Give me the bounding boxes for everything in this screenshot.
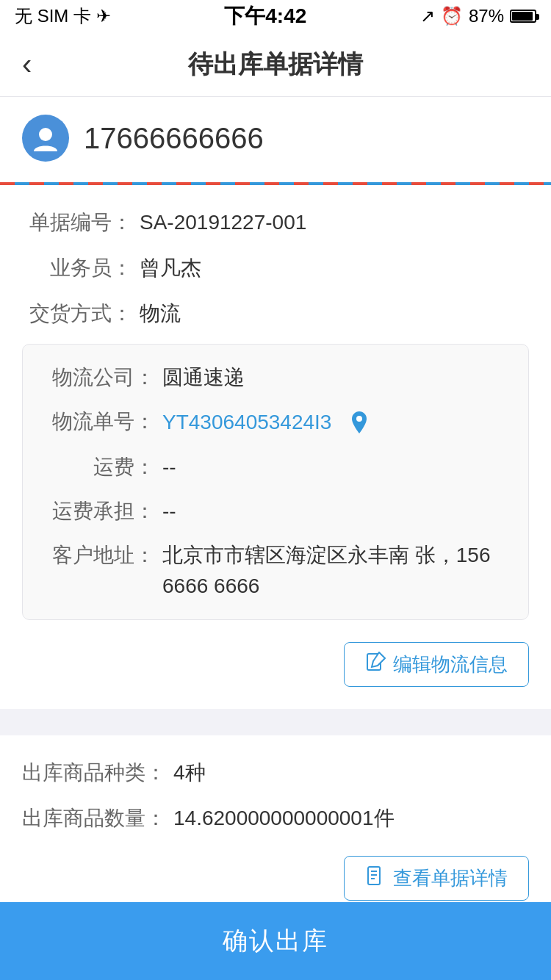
status-bar: 无 SIM 卡 ✈ 下午4:42 ↗ ⏰ 87% xyxy=(0,0,551,32)
view-document-label: 查看单据详情 xyxy=(393,865,508,891)
freight-bearer-label: 运费承担： xyxy=(45,496,155,527)
doc-icon xyxy=(365,865,386,891)
status-bar-time: 下午4:42 xyxy=(224,2,306,30)
back-button[interactable]: ‹ xyxy=(22,48,32,81)
battery-level: 87% xyxy=(469,6,504,26)
goods-quantity-label: 出库商品数量： xyxy=(22,803,166,834)
edit-logistics-label: 编辑物流信息 xyxy=(393,652,508,677)
address-label: 客户地址： xyxy=(45,540,155,571)
goods-quantity-row: 出库商品数量： 14.620000000000001件 xyxy=(22,803,529,834)
confirm-outbound-button[interactable]: 确认出库 xyxy=(0,917,551,965)
edit-btn-row: 编辑物流信息 xyxy=(22,635,529,687)
confirm-btn-container: 确认出库 xyxy=(0,902,551,980)
sim-status: 无 SIM 卡 ✈ xyxy=(15,4,111,28)
freight-value: -- xyxy=(162,452,506,483)
freight-bearer-value: -- xyxy=(162,496,506,527)
address-value: 北京市市辖区海淀区永丰南 张，156 6666 6666 xyxy=(162,540,506,602)
logistics-company-row: 物流公司： 圆通速递 xyxy=(45,362,506,393)
edit-logistics-button[interactable]: 编辑物流信息 xyxy=(344,642,529,687)
goods-quantity-value: 14.620000000000001件 xyxy=(173,803,529,834)
svg-point-1 xyxy=(356,416,362,422)
edit-icon xyxy=(365,652,386,677)
location-pin-icon[interactable] xyxy=(343,406,375,439)
goods-type-label: 出库商品种类： xyxy=(22,757,166,788)
document-number-row: 单据编号： SA-20191227-001 xyxy=(22,207,529,238)
document-number-value: SA-20191227-001 xyxy=(140,207,529,238)
location-arrow-icon: ↗ xyxy=(420,6,435,26)
status-bar-left: 无 SIM 卡 ✈ xyxy=(15,4,111,28)
goods-type-value: 4种 xyxy=(173,757,529,788)
nav-bar: ‹ 待出库单据详情 xyxy=(0,32,551,97)
status-bar-right: ↗ ⏰ 87% xyxy=(420,6,536,26)
tracking-number-label: 物流单号： xyxy=(45,406,155,437)
goods-section: 出库商品种类： 4种 出库商品数量： 14.620000000000001件 xyxy=(0,735,551,841)
logistics-card: 物流公司： 圆通速递 物流单号： YT43064053424I3 运费： xyxy=(22,344,529,620)
freight-bearer-row: 运费承担： -- xyxy=(45,496,506,527)
goods-type-row: 出库商品种类： 4种 xyxy=(22,757,529,788)
tracking-number-value: YT43064053424I3 xyxy=(162,407,331,438)
delivery-method-label: 交货方式： xyxy=(22,298,132,329)
freight-label: 运费： xyxy=(45,452,155,483)
battery-icon xyxy=(510,10,536,23)
delivery-method-row: 交货方式： 物流 xyxy=(22,298,529,329)
sales-person-value: 曾凡杰 xyxy=(140,253,529,284)
sales-person-row: 业务员： 曾凡杰 xyxy=(22,253,529,284)
user-phone: 17666666666 xyxy=(84,122,264,155)
alarm-icon: ⏰ xyxy=(441,6,463,26)
basic-info-section: 单据编号： SA-20191227-001 业务员： 曾凡杰 交货方式： 物流 … xyxy=(0,185,551,709)
delivery-method-value: 物流 xyxy=(140,298,529,329)
address-row: 客户地址： 北京市市辖区海淀区永丰南 张，156 6666 6666 xyxy=(45,540,506,602)
tracking-number-row: 物流单号： YT43064053424I3 xyxy=(45,406,506,439)
tracking-number-value-container: YT43064053424I3 xyxy=(162,406,506,439)
sales-person-label: 业务员： xyxy=(22,253,132,284)
document-number-label: 单据编号： xyxy=(22,207,132,238)
gray-separator-1 xyxy=(0,724,551,735)
avatar xyxy=(22,115,69,162)
logistics-company-label: 物流公司： xyxy=(45,362,155,393)
view-document-button[interactable]: 查看单据详情 xyxy=(344,856,529,901)
logistics-company-value: 圆通速递 xyxy=(162,362,506,393)
freight-row: 运费： -- xyxy=(45,452,506,483)
user-row: 17666666666 xyxy=(0,97,551,179)
dashed-divider xyxy=(0,179,551,185)
svg-point-0 xyxy=(39,128,52,141)
page-title: 待出库单据详情 xyxy=(188,48,363,82)
